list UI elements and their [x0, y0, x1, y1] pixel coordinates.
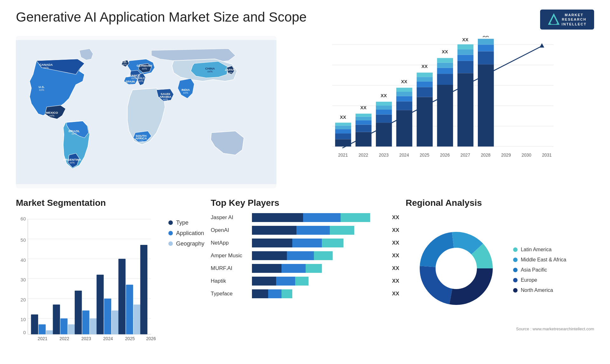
svg-rect-52: [356, 120, 371, 125]
player-bar-murf: [252, 264, 386, 273]
player-bar-seg3-murf: [306, 264, 322, 273]
reg-label-latin: Latin America: [521, 247, 552, 253]
player-bar-seg3-openai: [330, 226, 354, 235]
svg-rect-82: [437, 58, 453, 63]
player-row-openai: OpenAI XX: [211, 226, 399, 235]
world-map: CANADA xx% U.S. xx% MEXICO xx% BRAZIL xx…: [16, 36, 276, 188]
svg-text:60: 60: [21, 216, 26, 221]
svg-rect-85: [458, 73, 473, 146]
svg-text:2026: 2026: [146, 336, 156, 341]
regional-section: Regional Analysis: [406, 198, 594, 331]
svg-text:XX: XX: [360, 105, 367, 110]
svg-text:2021: 2021: [338, 153, 348, 158]
player-bar-seg2-jasper: [303, 213, 341, 222]
player-bar-seg1-jasper: [252, 213, 303, 222]
svg-rect-125: [82, 310, 90, 334]
svg-text:xx%: xx%: [163, 98, 168, 101]
donut-svg-container: [406, 224, 507, 313]
svg-rect-95: [478, 39, 494, 44]
bar-chart-container: XX 2021 XX 2022 XX: [286, 36, 594, 188]
svg-text:2022: 2022: [359, 153, 369, 158]
svg-rect-46: [335, 125, 351, 129]
svg-rect-51: [356, 125, 371, 132]
svg-text:2021: 2021: [38, 336, 48, 341]
svg-rect-88: [458, 49, 473, 55]
svg-rect-72: [417, 87, 433, 97]
reg-legend-apac: Asia Pacific: [513, 267, 594, 273]
svg-rect-67: [396, 92, 412, 96]
svg-text:xx%: xx%: [71, 132, 77, 135]
reg-dot-latin: [513, 247, 518, 252]
svg-rect-132: [119, 259, 126, 334]
svg-text:xx%: xx%: [207, 70, 213, 73]
player-name-netapp: NetApp: [211, 240, 249, 246]
reg-label-europe: Europe: [521, 277, 537, 283]
legend-label-geography: Geography: [176, 240, 204, 247]
svg-text:XX: XX: [442, 49, 448, 54]
player-xx-murf: XX: [392, 265, 399, 272]
player-row-netapp: NetApp XX: [211, 239, 399, 247]
svg-rect-93: [478, 51, 494, 64]
header: Generative AI Application Market Size an…: [16, 10, 594, 30]
svg-rect-71: [417, 97, 433, 146]
svg-text:2023: 2023: [379, 153, 389, 158]
svg-marker-42: [540, 43, 545, 48]
legend-dot-geography: [168, 241, 173, 246]
player-row-murf: MURF.AI XX: [211, 264, 399, 273]
seg-title: Market Segmentation: [16, 198, 204, 208]
regional-title: Regional Analysis: [406, 198, 594, 208]
reg-legend-latin: Latin America: [513, 247, 594, 253]
player-xx-amper: XX: [392, 253, 399, 259]
svg-text:20: 20: [21, 297, 26, 302]
player-row-jasper: Jasper AI XX: [211, 213, 399, 222]
svg-rect-66: [396, 96, 412, 102]
player-bar-openai: [252, 226, 386, 235]
players-title: Top Key Players: [211, 198, 399, 208]
svg-rect-122: [68, 324, 75, 334]
legend-label-type: Type: [176, 219, 188, 226]
player-row-typeface: Typeface XX: [211, 289, 399, 298]
svg-text:xx%: xx%: [139, 140, 144, 143]
legend-item-application: Application: [168, 230, 204, 237]
svg-text:10: 10: [21, 317, 26, 322]
svg-rect-94: [478, 44, 494, 51]
svg-rect-60: [376, 105, 392, 110]
player-bar-jasper: [252, 213, 386, 222]
svg-rect-64: [396, 110, 412, 147]
top-section: CANADA xx% U.S. xx% MEXICO xx% BRAZIL xx…: [16, 36, 594, 188]
svg-rect-54: [356, 114, 371, 117]
seg-legend: Type Application Geography: [165, 213, 204, 348]
logo-text-line3: INTELLECT: [562, 22, 587, 26]
svg-text:2024: 2024: [103, 336, 113, 341]
player-bar-seg2-haptik: [276, 277, 295, 286]
legend-item-geography: Geography: [168, 240, 204, 247]
player-bar-seg2-netapp: [292, 239, 322, 247]
seg-chart-area: 60 50 40 30 20 10 0: [16, 213, 204, 348]
player-bar-seg2-murf: [281, 264, 306, 273]
bar-chart-section: XX 2021 XX 2022 XX: [286, 36, 594, 188]
svg-text:50: 50: [21, 237, 26, 243]
svg-text:2025: 2025: [125, 336, 135, 341]
svg-text:XX: XX: [483, 36, 489, 38]
svg-text:2031: 2031: [542, 153, 552, 158]
player-bar-seg3-amper: [314, 251, 333, 260]
svg-rect-128: [97, 275, 104, 334]
player-bar-seg2-openai: [296, 226, 330, 235]
svg-point-144: [437, 249, 475, 287]
svg-text:2030: 2030: [522, 153, 532, 158]
svg-rect-57: [376, 123, 392, 146]
svg-text:xx%: xx%: [70, 161, 75, 164]
svg-text:2025: 2025: [420, 153, 430, 158]
player-row-amper: Amper Music XX: [211, 251, 399, 260]
bottom-section: Market Segmentation 60 50 40 30 20 10 0: [16, 198, 594, 331]
player-bar-seg1-openai: [252, 226, 296, 235]
svg-text:2026: 2026: [440, 153, 450, 158]
map-section: CANADA xx% U.S. xx% MEXICO xx% BRAZIL xx…: [16, 36, 276, 188]
svg-rect-134: [133, 305, 141, 334]
svg-text:2027: 2027: [461, 153, 471, 158]
svg-rect-73: [417, 82, 433, 87]
player-bar-seg3-jasper: [341, 213, 370, 222]
legend-label-application: Application: [176, 230, 204, 237]
player-name-jasper: Jasper AI: [211, 214, 249, 221]
svg-text:xx%: xx%: [127, 83, 133, 86]
